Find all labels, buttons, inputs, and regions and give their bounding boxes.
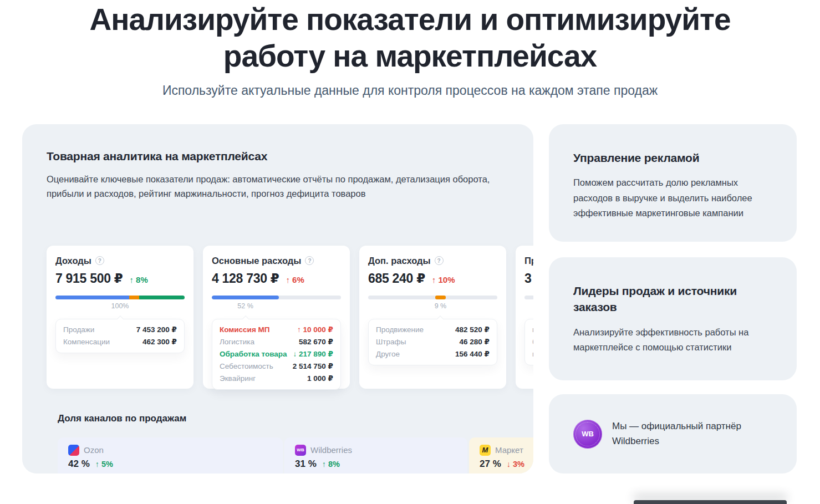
- metric-card: Доп. расходы ? 685 240 ₽ ↑ 10% 9 % Продв…: [359, 246, 506, 389]
- channel-share: 27 %: [480, 459, 501, 470]
- channel-top: WB Wildberries: [295, 445, 457, 456]
- bar-area: 9 %: [368, 296, 497, 318]
- channels-title: Доля каналов по продажам: [58, 413, 533, 424]
- metric-card: Основные расходы ? 4 128 730 ₽ ↑ 6% 52 %…: [203, 246, 350, 389]
- tooltip-row: б: [532, 336, 533, 348]
- metric-card: Прибыль ? 3 вбп: [516, 246, 533, 389]
- content-columns: Товарная аналитика на маркетплейсах Оцен…: [0, 124, 820, 474]
- breakdown-tooltip: вбп: [524, 319, 533, 365]
- tooltip-row-value: ↑ 10 000 ₽: [297, 324, 333, 336]
- ozon-icon: [68, 445, 79, 456]
- metric-card-delta: ↑ 6%: [286, 275, 304, 284]
- side-card-text: Поможем рассчитать долю рекламных расход…: [573, 175, 772, 221]
- bar-area: 100%: [55, 296, 185, 318]
- side-card-sales-leaders: Лидеры продаж и источники заказов Анализ…: [549, 257, 797, 380]
- tooltip-rows: Продажи7 453 200 ₽Компенсации462 300 ₽: [63, 324, 177, 348]
- wildberries-badge-icon: WB: [573, 420, 602, 449]
- tooltip-row-label: Комиссия МП: [220, 324, 270, 336]
- channel-cell: M Маркет 27 % ↓ 3%: [469, 437, 533, 474]
- market-icon: M: [480, 445, 491, 456]
- tooltip-row: Себестоимость2 514 750 ₽: [220, 360, 333, 373]
- tooltip-row-label: в: [532, 324, 533, 336]
- metric-card: Доходы ? 7 915 500 ₽ ↑ 8% 100% Продажи7 …: [47, 246, 193, 389]
- help-icon[interactable]: ?: [435, 256, 444, 265]
- partner-card: WB Мы — официальный партнёр Wildberries: [549, 394, 797, 474]
- breakdown-tooltip: Продвижение482 520 ₽Штрафы46 280 ₽Другое…: [368, 319, 497, 365]
- tooltip-row-value: 1 000 ₽: [307, 373, 333, 385]
- channel-name: Маркет: [495, 445, 523, 455]
- tooltip-row-label: Себестоимость: [220, 360, 273, 373]
- metric-card-delta: ↑ 10%: [432, 275, 455, 284]
- page-subtitle: Используйте актуальные данные для контро…: [0, 83, 820, 98]
- tooltip-row-label: Компенсации: [63, 336, 110, 348]
- tooltip-row: Другое156 440 ₽: [376, 348, 490, 360]
- metric-card-delta: ↑ 8%: [129, 275, 147, 284]
- tooltip-rows: Продвижение482 520 ₽Штрафы46 280 ₽Другое…: [376, 324, 490, 360]
- breakdown-tooltip: Продажи7 453 200 ₽Компенсации462 300 ₽: [55, 319, 185, 353]
- tooltip-row-label: Обработка товара: [220, 348, 287, 360]
- tooltip-row: Логистика582 670 ₽: [220, 336, 333, 348]
- metric-card-header: Прибыль ?: [524, 256, 533, 266]
- tooltip-row: Продвижение482 520 ₽: [376, 324, 490, 336]
- metric-card-value-row: 685 240 ₽ ↑ 10%: [368, 271, 497, 286]
- side-card-title: Лидеры продаж и источники заказов: [573, 283, 772, 315]
- tooltip-row-value: 582 670 ₽: [299, 336, 333, 348]
- tooltip-row: п: [532, 348, 533, 360]
- tooltip-row-label: Логистика: [220, 336, 254, 348]
- channel-cell: Ozon 42 % ↑ 5%: [58, 437, 283, 474]
- metric-card-value-row: 4 128 730 ₽ ↑ 6%: [212, 271, 341, 286]
- tooltip-row-label: Другое: [376, 348, 400, 360]
- metric-card-value: 685 240 ₽: [368, 271, 425, 286]
- tooltip-rows: вбп: [532, 324, 533, 360]
- tooltip-row-value: 2 514 750 ₽: [293, 360, 333, 373]
- tooltip-row-label: п: [532, 348, 533, 360]
- bar-label: 52 %: [237, 302, 253, 310]
- channels-strip: Ozon 42 % ↑ 5% WB Wildberries 31 % ↑ 8% …: [58, 437, 533, 474]
- tooltip-row: Эквайринг1 000 ₽: [220, 373, 333, 385]
- metric-card-title: Основные расходы: [212, 256, 301, 266]
- tooltip-rows: Комиссия МП↑ 10 000 ₽Логистика582 670 ₽О…: [220, 324, 333, 385]
- bar-area: 52 %: [212, 296, 341, 318]
- metric-cards-row: Доходы ? 7 915 500 ₽ ↑ 8% 100% Продажи7 …: [47, 246, 533, 389]
- metric-card-value: 4 128 730 ₽: [212, 271, 279, 286]
- bar-segment: [212, 296, 279, 299]
- progress-bar: [212, 296, 341, 299]
- bar-label: 9 %: [435, 302, 447, 310]
- bar-segment: [55, 296, 129, 299]
- tooltip-row: Обработка товара↓ 217 890 ₽: [220, 348, 333, 360]
- channel-share: 42 %: [68, 459, 90, 470]
- channel-stats: 42 % ↑ 5%: [68, 459, 272, 470]
- side-card-text: Анализируйте эффективность работы на мар…: [573, 325, 772, 355]
- page-title-line1: Анализируйте показатели и оптимизируйте: [90, 2, 731, 37]
- channel-name: Ozon: [84, 445, 104, 455]
- metric-card-value-row: 7 915 500 ₽ ↑ 8%: [55, 271, 185, 286]
- metric-card-value: 3: [524, 271, 532, 286]
- page-title: Анализируйте показатели и оптимизируйте …: [0, 1, 820, 74]
- analytics-panel-description: Оценивайте ключевые показатели продаж: а…: [47, 172, 490, 201]
- progress-bar: [524, 296, 533, 299]
- bar-area: [524, 296, 533, 318]
- channel-top: Ozon: [68, 445, 272, 456]
- tooltip-row-value: 156 440 ₽: [455, 348, 490, 360]
- analytics-panel: Товарная аналитика на маркетплейсах Оцен…: [22, 124, 533, 474]
- channel-delta: ↓ 3%: [507, 460, 524, 469]
- help-icon[interactable]: ?: [95, 256, 104, 265]
- metric-card-header: Доп. расходы ?: [368, 256, 497, 266]
- channel-share: 31 %: [295, 459, 317, 470]
- metric-card-header: Основные расходы ?: [212, 256, 341, 266]
- channel-top: M Маркет: [480, 445, 533, 456]
- metric-card-header: Доходы ?: [55, 256, 185, 266]
- bar-segment: [139, 296, 185, 299]
- bottom-dark-section-edge: [634, 500, 787, 504]
- tooltip-row-value: 7 453 200 ₽: [136, 324, 177, 336]
- breakdown-tooltip: Комиссия МП↑ 10 000 ₽Логистика582 670 ₽О…: [212, 319, 341, 390]
- tooltip-row-label: Эквайринг: [220, 373, 256, 385]
- tooltip-row: Продажи7 453 200 ₽: [63, 324, 177, 336]
- side-card-title: Управление рекламой: [573, 150, 772, 166]
- bar-segment: [435, 296, 446, 299]
- tooltip-row-label: б: [532, 336, 533, 348]
- help-icon[interactable]: ?: [305, 256, 314, 265]
- tooltip-row-value: 482 520 ₽: [455, 324, 490, 336]
- side-column: Управление рекламой Поможем рассчитать д…: [549, 124, 797, 474]
- metric-card-title: Доходы: [55, 256, 91, 266]
